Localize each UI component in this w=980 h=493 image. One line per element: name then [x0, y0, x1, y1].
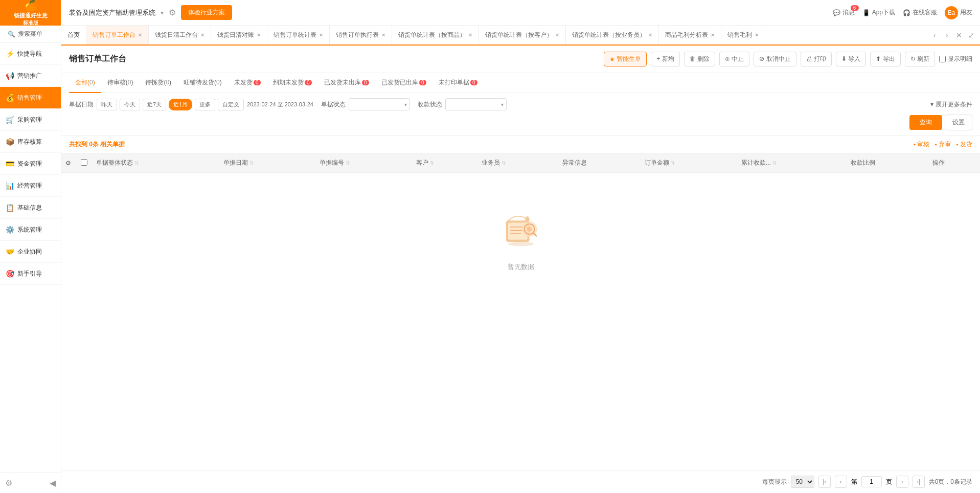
refresh-button[interactable]: ↻ 刷新 [905, 52, 935, 66]
user-item[interactable]: Ea 用友 [945, 6, 972, 19]
tab-gross-margin[interactable]: 商品毛利分析表 ✕ [659, 26, 721, 44]
prev-page-btn[interactable]: ‹ [835, 476, 847, 488]
tab-close-gross-margin[interactable]: ✕ [711, 32, 715, 38]
query-button[interactable]: 查询 [909, 115, 942, 130]
tab-close-sales-workbench[interactable]: ✕ [138, 32, 142, 38]
page-input[interactable] [861, 476, 882, 487]
cancel-review-action-btn[interactable]: 弃审 [935, 140, 951, 149]
new-button[interactable]: + 新增 [651, 52, 679, 66]
tab-close-all-btn[interactable]: ✕ [953, 29, 965, 41]
page-size-select[interactable]: 50 [791, 476, 814, 488]
date-btn-7days[interactable]: 近7天 [143, 99, 166, 110]
th-checkbox[interactable] [77, 153, 92, 173]
settings-icon[interactable]: ⚙ [5, 478, 12, 488]
online-service-item[interactable]: 🎧 在线客服 [903, 8, 937, 17]
export-button[interactable]: ⬆ 导出 [870, 52, 900, 66]
sub-tab-expired-not-shipped[interactable]: 到期未发货0 [267, 73, 318, 93]
tab-sales-workbench[interactable]: 销售订单工作台 ✕ [86, 26, 149, 46]
sidebar-item-guide[interactable]: 🎯 新手引导 [0, 263, 61, 285]
app-download-item[interactable]: 📱 App下载 [862, 8, 895, 17]
sub-tab-not-shipped[interactable]: 未发货0 [228, 73, 267, 93]
payment-select[interactable] [445, 98, 507, 110]
collapse-icon[interactable]: ◀ [50, 478, 56, 488]
tab-prev-btn[interactable]: ‹ [928, 29, 941, 41]
tab-next-btn[interactable]: › [941, 29, 953, 41]
date-btn-more[interactable]: 更多 [195, 99, 215, 110]
smart-create-button[interactable]: ★ 智能生单 [604, 52, 647, 66]
tab-close-sales-by-staff[interactable]: ✕ [648, 32, 652, 38]
sort-number-icon[interactable]: ⇅ [346, 160, 350, 166]
cancel-stop-button[interactable]: ⊘ 取消中止 [754, 52, 796, 66]
tab-fullscreen-btn[interactable]: ⤢ [965, 29, 977, 41]
table-header-row: ⚙ 单据整体状态⇅ 单据日期⇅ 单据编号⇅ 客户⇅ 业务员⇅ 异常信息 订单金额… [61, 153, 980, 173]
th-exception: 异常信息 [558, 153, 641, 173]
tab-cash-reconcile[interactable]: 钱货日清对账 ✕ [211, 26, 267, 44]
ship-action-btn[interactable]: 发货 [956, 140, 972, 149]
tab-cash-daily[interactable]: 钱货日清工作台 ✕ [149, 26, 211, 44]
sort-customer-icon[interactable]: ⇅ [430, 160, 434, 166]
sub-tab-not-printed[interactable]: 未打印单据0 [432, 73, 484, 93]
message-item[interactable]: 💬 消息 6 [833, 8, 855, 17]
print-button[interactable]: 🖨 打印 [801, 52, 832, 66]
next-page-btn[interactable]: › [896, 476, 908, 488]
sort-date-icon[interactable]: ⇅ [249, 160, 254, 166]
sidebar-item-finance[interactable]: 💳 资金管理 [0, 153, 61, 175]
tab-close-cash-reconcile[interactable]: ✕ [257, 32, 261, 38]
search-label: 搜索菜单 [18, 30, 42, 38]
delete-button[interactable]: 🗑 删除 [684, 52, 715, 66]
tab-sales-by-staff[interactable]: 销货单统计表（按业务员） ✕ [566, 26, 659, 44]
sub-tab-pending-review[interactable]: 待审核(0) [101, 73, 140, 93]
sidebar-item-basic-info[interactable]: 📋 基础信息 [0, 197, 61, 219]
import-button[interactable]: ⬇ 导入 [836, 52, 866, 66]
date-btn-yesterday[interactable]: 昨天 [97, 99, 117, 110]
set-button[interactable]: 设置 [945, 115, 972, 130]
th-settings[interactable]: ⚙ [61, 153, 77, 173]
sort-salesperson-icon[interactable]: ⇅ [502, 160, 506, 166]
show-detail-label[interactable]: 显示明细 [939, 55, 972, 63]
tab-close-cash-daily[interactable]: ✕ [200, 32, 204, 38]
date-btn-today[interactable]: 今天 [120, 99, 140, 110]
tab-close-sales-by-product[interactable]: ✕ [468, 32, 472, 38]
sub-tab-shipped-not-out[interactable]: 已发货未出库0 [318, 73, 375, 93]
tab-sales-gross[interactable]: 销售毛利 ✕ [721, 26, 765, 44]
tab-close-sales-exec[interactable]: ✕ [381, 32, 385, 38]
sub-tab-wangpu-ship[interactable]: 旺铺待发货(0) [177, 73, 228, 93]
stop-button[interactable]: ⊙ 中止 [719, 52, 749, 66]
tab-sales-exec[interactable]: 销售订单执行表 ✕ [330, 26, 392, 44]
system-dropdown-icon[interactable]: ▾ [161, 9, 164, 16]
tab-sales-stat[interactable]: 销售订单统计表 ✕ [267, 26, 330, 44]
sidebar-item-enterprise[interactable]: 🤝 企业协同 [0, 241, 61, 263]
last-page-btn[interactable]: ›| [913, 476, 925, 488]
sort-amount-icon[interactable]: ⇅ [671, 160, 675, 166]
headset-icon: 🎧 [903, 9, 910, 16]
solution-button[interactable]: 体验行业方案 [181, 5, 232, 20]
sort-status-icon[interactable]: ⇅ [134, 160, 139, 166]
date-btn-custom[interactable]: 自定义 [218, 99, 244, 110]
status-select[interactable] [349, 98, 410, 110]
review-action-btn[interactable]: 审核 [913, 140, 929, 149]
sort-collected-icon[interactable]: ⇅ [772, 160, 777, 166]
system-gear-icon[interactable]: ⚙ [169, 8, 176, 17]
tab-close-sales-stat[interactable]: ✕ [319, 32, 323, 38]
sub-tab-all[interactable]: 全部(0) [69, 73, 101, 93]
sidebar-search[interactable]: 🔍 搜索菜单 [0, 26, 61, 43]
sidebar-item-operations[interactable]: 📊 经营管理 [0, 175, 61, 197]
tab-close-sales-by-customer[interactable]: ✕ [555, 32, 559, 38]
tab-sales-by-product[interactable]: 销货单统计表（按商品） ✕ [392, 26, 479, 44]
sidebar-item-inventory[interactable]: 📦 库存核算 [0, 131, 61, 153]
sub-tab-pending-pick[interactable]: 待拣货(0) [139, 73, 177, 93]
select-all-checkbox[interactable] [81, 159, 87, 166]
date-btn-1month[interactable]: 近1月 [169, 99, 192, 110]
sidebar-item-marketing[interactable]: 📢 营销推广 [0, 65, 61, 87]
expand-filter-btn[interactable]: ▾ 展开更多条件 [930, 100, 972, 109]
sub-tab-shipped-out[interactable]: 已发货已出库0 [375, 73, 432, 93]
sidebar-item-sales[interactable]: 💰 销售管理 [0, 87, 61, 109]
sidebar-item-system[interactable]: ⚙️ 系统管理 [0, 219, 61, 241]
tab-home[interactable]: 首页 [61, 26, 86, 44]
show-detail-checkbox[interactable] [939, 56, 946, 62]
tab-close-sales-gross[interactable]: ✕ [755, 32, 759, 38]
first-page-btn[interactable]: |‹ [818, 476, 831, 488]
sidebar-item-quick-nav[interactable]: ⚡ 快捷导航 [0, 43, 61, 65]
sidebar-item-purchase[interactable]: 🛒 采购管理 [0, 109, 61, 131]
tab-sales-by-customer[interactable]: 销货单统计表（按客户） ✕ [479, 26, 566, 44]
